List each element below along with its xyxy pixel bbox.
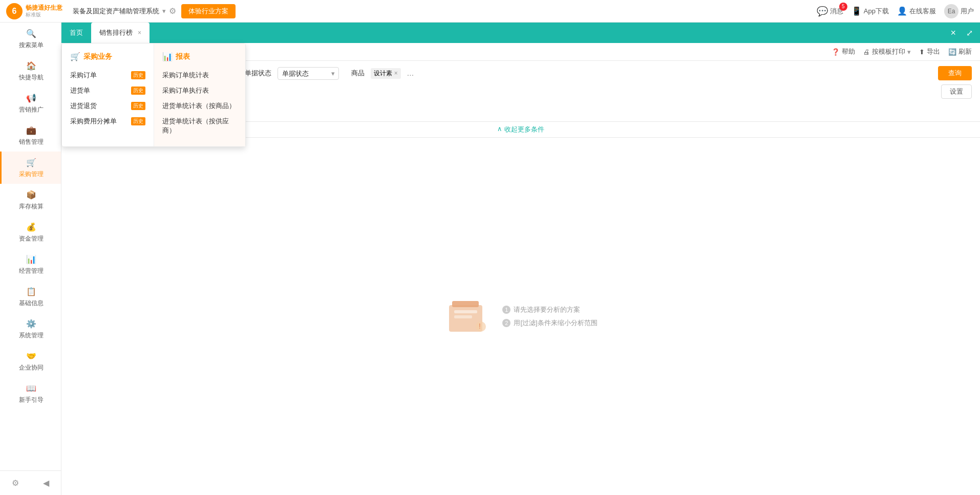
history-badge-2: 历史 [131, 102, 145, 110]
settings-icon[interactable]: ⚙ [169, 6, 176, 16]
tab-close-icon[interactable]: × [138, 29, 141, 36]
dropdown-purchase-section: 🛒 采购业务 采购订单 历史 进货单 历史 进货退货 历史 采购费用分摊单 历史 [62, 44, 154, 146]
dropdown-purchase-title: 🛒 采购业务 [70, 52, 145, 61]
finance-icon: 💰 [26, 221, 37, 232]
print-chevron-icon: ▾ [907, 48, 911, 56]
logo-title: 畅捷通好生意 [26, 4, 62, 11]
refresh-icon: 🔄 [948, 48, 956, 56]
empty-text: 1 请先选择要分析的方案 2 用[过滤]条件来缩小分析范围 [502, 305, 597, 328]
logo-area: 6 畅捷通好生意 标准版 [6, 3, 68, 19]
system-title: 装备及固定资产辅助管理系统 ▾ ⚙ [73, 6, 176, 16]
print-icon: 🖨 [863, 48, 870, 56]
sidebar-settings-btn[interactable]: ⚙ [8, 476, 23, 490]
empty-illustration: ! [444, 296, 490, 337]
top-header: 6 畅捷通好生意 标准版 装备及固定资产辅助管理系统 ▾ ⚙ 体验行业方案 💬 … [0, 0, 980, 23]
reports-section-icon: 📊 [162, 52, 173, 61]
sidebar-item-system[interactable]: ⚙️ 系统管理 [0, 313, 61, 345]
sales-icon: 💼 [26, 124, 37, 136]
sidebar-item-search[interactable]: 🔍 搜索菜单 [0, 23, 61, 55]
industry-btn[interactable]: 体验行业方案 [181, 4, 236, 18]
tab-bar: 首页 销售排行榜 × × ⤢ [61, 23, 980, 43]
print-btn[interactable]: 🖨 按模板打印 ▾ [863, 47, 911, 56]
purchase-section-icon: 🛒 [70, 52, 80, 61]
chevron-down-icon[interactable]: ▾ [162, 7, 166, 15]
tab-home[interactable]: 首页 [61, 23, 91, 43]
sidebar-item-operations[interactable]: 📊 经营管理 [0, 248, 61, 281]
basic-icon: 📋 [26, 286, 37, 297]
nav-service[interactable]: 👤 在线客服 [897, 6, 936, 16]
system-icon: ⚙️ [26, 318, 37, 329]
collapse-icon: ∧ [497, 125, 502, 134]
svg-rect-2 [454, 310, 477, 313]
nav-message[interactable]: 💬 消息 5 [817, 6, 843, 17]
svg-text:!: ! [479, 322, 481, 330]
main-content: ! 1 请先选择要分析的方案 2 用[过滤]条件来缩小分析范围 [61, 138, 980, 495]
sidebar-bottom: ⚙ ◀ [0, 470, 61, 495]
message-icon: 💬 [817, 6, 828, 17]
avatar: Ea [944, 4, 958, 18]
dropdown-menu: 🛒 采购业务 采购订单 历史 进货单 历史 进货退货 历史 采购费用分摊单 历史… [61, 43, 246, 147]
header-right: 💬 消息 5 📱 App下载 👤 在线客服 Ea 用户 [817, 4, 974, 18]
svg-rect-1 [452, 301, 479, 307]
marketing-icon: 📢 [26, 92, 37, 103]
history-badge-3: 历史 [131, 117, 145, 125]
service-icon: 👤 [897, 6, 907, 16]
search-icon: 🔍 [26, 28, 37, 39]
doc-status-select[interactable]: 单据状态 [278, 67, 339, 80]
settings-btn[interactable]: 设置 [941, 84, 972, 99]
dropdown-item-purchase-order[interactable]: 采购订单 历史 [70, 68, 145, 83]
tab-bar-actions: × ⤢ [947, 28, 980, 38]
help-icon: ❓ [832, 48, 840, 56]
doc-status-label: 单据状态 [245, 69, 271, 78]
sidebar-item-purchase[interactable]: 🛒 采购管理 [0, 152, 61, 184]
dropdown-item-goods-return[interactable]: 进货退货 历史 [70, 98, 145, 114]
sidebar-item-guide[interactable]: 📖 新手引导 [0, 377, 61, 410]
phone-icon: 📱 [851, 6, 862, 16]
export-icon: ⬆ [919, 48, 925, 56]
sidebar-collapse-btn[interactable]: ◀ [39, 476, 53, 490]
dropdown-item-purchase-expense[interactable]: 采购费用分摊单 历史 [70, 114, 145, 129]
refresh-btn[interactable]: 🔄 刷新 [948, 47, 972, 56]
logo-icon: 6 [6, 3, 23, 19]
logo-sub: 标准版 [26, 12, 62, 18]
sidebar-item-finance[interactable]: 💰 资金管理 [0, 216, 61, 248]
goods-more-btn[interactable]: ... [407, 69, 414, 78]
history-badge-1: 历史 [131, 87, 145, 95]
query-btn[interactable]: 查询 [938, 66, 972, 80]
sidebar-item-inventory[interactable]: 📦 库存核算 [0, 184, 61, 216]
tab-sales-ranking[interactable]: 销售排行榜 × [91, 23, 150, 43]
window-close-btn[interactable]: × [947, 28, 959, 38]
purchase-icon: 🛒 [26, 157, 37, 168]
home-icon: 🏠 [26, 60, 37, 71]
goods-tag: 设计素 × [371, 68, 401, 79]
history-badge-0: 历史 [131, 71, 145, 79]
dropdown-item-goods-stats-by-product[interactable]: 进货单统计表（按商品） [162, 98, 238, 114]
sidebar: 🔍 搜索菜单 🏠 快捷导航 📢 营销推广 💼 销售管理 🛒 采购管理 📦 库存核… [0, 23, 61, 495]
nav-user[interactable]: Ea 用户 [944, 4, 974, 18]
goods-label: 商品 [351, 69, 365, 78]
operations-icon: 📊 [26, 253, 37, 265]
dropdown-item-order-stats[interactable]: 采购订单统计表 [162, 68, 238, 83]
dropdown-item-order-exec[interactable]: 采购订单执行表 [162, 83, 238, 98]
svg-point-4 [476, 321, 486, 332]
guide-icon: 📖 [26, 382, 37, 394]
sidebar-item-marketing[interactable]: 📢 营销推广 [0, 87, 61, 119]
sidebar-item-basic[interactable]: 📋 基础信息 [0, 281, 61, 313]
sidebar-item-quick[interactable]: 🏠 快捷导航 [0, 55, 61, 87]
dropdown-reports-title: 📊 报表 [162, 52, 238, 61]
goods-tag-remove[interactable]: × [394, 70, 398, 77]
dropdown-item-goods-receipt[interactable]: 进货单 历史 [70, 83, 145, 98]
dropdown-item-goods-stats-by-supplier[interactable]: 进货单统计表（按供应商） [162, 114, 238, 138]
inventory-icon: 📦 [26, 189, 37, 200]
svg-rect-3 [454, 315, 472, 318]
corp-icon: 🤝 [26, 350, 37, 361]
export-btn[interactable]: ⬆ 导出 [919, 47, 940, 56]
help-btn[interactable]: ❓ 帮助 [832, 47, 855, 56]
dropdown-reports-section: 📊 报表 采购订单统计表 采购订单执行表 进货单统计表（按商品） 进货单统计表（… [154, 44, 246, 146]
window-expand-btn[interactable]: ⤢ [963, 28, 976, 38]
sidebar-item-sales[interactable]: 💼 销售管理 [0, 119, 61, 152]
doc-status-select-wrap: 单据状态 [278, 67, 339, 80]
sidebar-item-corp[interactable]: 🤝 企业协同 [0, 345, 61, 377]
message-badge: 5 [839, 3, 847, 11]
nav-app[interactable]: 📱 App下载 [851, 6, 889, 16]
